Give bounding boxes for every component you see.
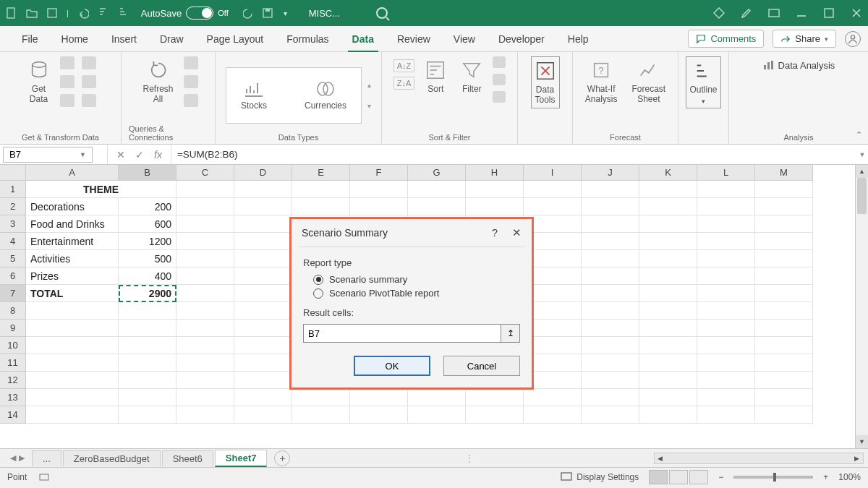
cell[interactable] — [697, 181, 755, 198]
row-header[interactable]: 13 — [0, 389, 26, 406]
from-table-icon[interactable] — [60, 75, 75, 88]
cell[interactable]: 200 — [119, 198, 176, 215]
result-cells-input[interactable] — [303, 324, 501, 343]
cell[interactable] — [466, 198, 524, 215]
cell[interactable] — [26, 372, 119, 389]
page-layout-view-button[interactable] — [669, 470, 688, 484]
cell[interactable]: 500 — [119, 250, 176, 267]
new-file-icon[interactable] — [6, 7, 17, 19]
data-tools-button[interactable]: Data Tools — [531, 56, 560, 108]
row-header[interactable]: 10 — [0, 337, 26, 354]
comments-button[interactable]: Comments — [688, 30, 764, 48]
cell[interactable] — [755, 354, 813, 372]
cell[interactable] — [639, 372, 697, 389]
cell[interactable] — [697, 233, 755, 250]
col-header[interactable]: H — [466, 165, 524, 181]
cell[interactable]: 400 — [119, 267, 176, 285]
cell[interactable]: TOTAL — [26, 285, 119, 302]
toggle-switch[interactable] — [186, 7, 213, 20]
get-data-button[interactable]: Get Data — [24, 56, 54, 107]
row-header[interactable]: 2 — [0, 198, 26, 215]
cell[interactable] — [582, 406, 639, 424]
dialog-close-icon[interactable]: ✕ — [512, 226, 522, 239]
cell[interactable] — [26, 320, 119, 337]
maximize-icon[interactable] — [823, 7, 835, 19]
cell[interactable] — [26, 389, 119, 406]
cell[interactable]: 1200 — [119, 233, 176, 250]
redo-icon[interactable] — [243, 7, 255, 19]
col-header[interactable]: K — [639, 165, 697, 181]
cell[interactable] — [582, 181, 639, 198]
cell[interactable] — [755, 337, 813, 354]
search-icon[interactable] — [376, 7, 388, 19]
row-header[interactable]: 7 — [0, 285, 26, 302]
cell[interactable] — [582, 354, 639, 372]
queries-icon[interactable] — [184, 56, 198, 69]
name-box-dropdown-icon[interactable]: ▼ — [80, 151, 86, 158]
cell[interactable] — [350, 181, 408, 198]
cell[interactable] — [466, 181, 524, 198]
cell[interactable] — [176, 354, 234, 372]
tab-developer[interactable]: Developer — [487, 26, 556, 52]
tab-review[interactable]: Review — [386, 26, 442, 52]
cell[interactable] — [755, 285, 813, 302]
col-header[interactable]: C — [176, 165, 234, 181]
cell[interactable] — [176, 233, 234, 250]
cell[interactable] — [119, 354, 176, 372]
sheet-tab[interactable]: Sheet6 — [162, 450, 213, 466]
cell[interactable] — [582, 372, 639, 389]
row-header[interactable]: 11 — [0, 354, 26, 372]
cell[interactable] — [176, 285, 234, 302]
sheet-tab-active[interactable]: Sheet7 — [215, 450, 268, 467]
cell[interactable] — [408, 406, 466, 424]
data-analysis-button[interactable]: Data Analysis — [762, 59, 835, 71]
forecast-sheet-button[interactable]: Forecast Sheet — [628, 56, 671, 107]
cell[interactable] — [697, 267, 755, 285]
cell[interactable] — [582, 389, 639, 406]
autosave-toggle[interactable]: AutoSave Off — [141, 7, 229, 20]
cell[interactable] — [234, 285, 292, 302]
other-icon[interactable] — [82, 94, 96, 107]
cell[interactable] — [350, 198, 408, 215]
qat-more-icon[interactable]: ▾ — [284, 9, 287, 17]
col-header[interactable]: G — [408, 165, 466, 181]
cell[interactable] — [697, 337, 755, 354]
cell[interactable] — [639, 181, 697, 198]
cell[interactable] — [119, 337, 176, 354]
cell[interactable] — [582, 215, 639, 233]
tab-split-handle[interactable]: ⋮ — [465, 453, 474, 463]
cell[interactable] — [176, 372, 234, 389]
zoom-slider[interactable] — [733, 476, 813, 479]
row-header[interactable]: 5 — [0, 250, 26, 267]
sheet-nav-next-icon[interactable]: ▶ — [19, 453, 25, 463]
cell[interactable] — [176, 337, 234, 354]
cell[interactable] — [234, 354, 292, 372]
sort-za-icon[interactable]: Z↓A — [393, 77, 415, 90]
tab-page-layout[interactable]: Page Layout — [195, 26, 276, 52]
scroll-left-icon[interactable]: ◀ — [655, 455, 666, 462]
radio-scenario-summary[interactable]: Scenario summary — [313, 274, 520, 285]
new-sheet-button[interactable]: + — [274, 450, 290, 466]
cell[interactable] — [26, 302, 119, 320]
clear-filter-icon[interactable] — [493, 56, 506, 68]
cell[interactable] — [26, 337, 119, 354]
cell[interactable] — [639, 250, 697, 267]
cell[interactable] — [119, 372, 176, 389]
sort-asc-icon[interactable] — [98, 7, 109, 19]
cell[interactable] — [176, 198, 234, 215]
col-header[interactable]: M — [755, 165, 813, 181]
cell[interactable] — [119, 406, 176, 424]
row-header[interactable]: 1 — [0, 181, 26, 198]
cell[interactable] — [292, 198, 350, 215]
cell[interactable]: Activities — [26, 250, 119, 267]
cell[interactable] — [234, 320, 292, 337]
cell[interactable] — [755, 372, 813, 389]
scroll-right-icon[interactable]: ▶ — [851, 455, 863, 462]
tab-help[interactable]: Help — [556, 26, 600, 52]
cell[interactable] — [408, 181, 466, 198]
reapply-icon[interactable] — [493, 74, 506, 85]
cell[interactable] — [234, 389, 292, 406]
from-web-icon[interactable] — [82, 56, 96, 69]
gallery-up-icon[interactable]: ▴ — [367, 81, 371, 89]
cell[interactable] — [755, 389, 813, 406]
